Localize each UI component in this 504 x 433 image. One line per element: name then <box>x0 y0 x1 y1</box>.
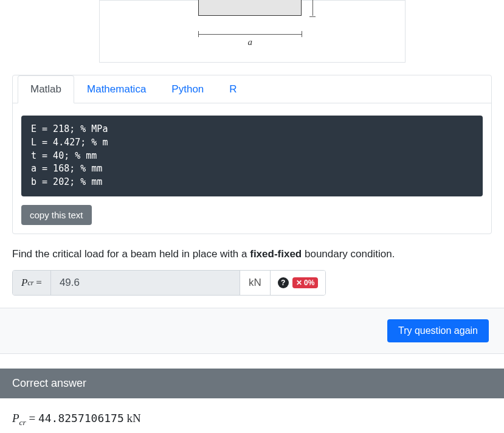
code-card: Matlab Mathematica Python R E = 218; % M… <box>12 75 492 234</box>
language-tabs: Matlab Mathematica Python R <box>13 75 491 103</box>
tab-mathematica[interactable]: Mathematica <box>74 75 159 103</box>
tab-python[interactable]: Python <box>159 75 216 103</box>
unit-label: kN <box>240 271 271 295</box>
right-dimension-line <box>312 0 313 16</box>
status-addon: ? ✕ 0% <box>271 271 326 295</box>
dimension-tick <box>309 16 316 17</box>
dimension-label-a: a <box>248 37 253 47</box>
try-again-button[interactable]: Try question again <box>387 319 489 342</box>
footer-bar: Try question again <box>0 308 504 354</box>
outer-rect <box>198 0 302 16</box>
bottom-dimension-line <box>198 34 302 35</box>
correct-answer-body: Pcr = 44.8257106175 kN <box>0 398 504 433</box>
question-bold: fixed-fixed <box>250 248 302 260</box>
beam-diagram: a <box>99 0 406 63</box>
help-icon[interactable]: ? <box>278 277 289 288</box>
tab-r[interactable]: R <box>216 75 249 103</box>
answer-input-group: Pcr = kN ? ✕ 0% <box>12 270 326 296</box>
dimension-tick <box>198 31 199 37</box>
dimension-tick <box>302 31 302 37</box>
copy-button[interactable]: copy this text <box>21 205 92 225</box>
correct-answer-header: Correct answer <box>0 369 504 398</box>
question-suffix: boundary condition. <box>302 248 395 260</box>
tab-matlab[interactable]: Matlab <box>18 75 74 103</box>
code-block: E = 218; % MPa L = 4.427; % m t = 40; % … <box>21 116 483 196</box>
question-prefix: Find the critical load for a beam held i… <box>12 248 250 260</box>
question-text: Find the critical load for a beam held i… <box>12 246 492 262</box>
answer-input[interactable] <box>51 271 240 295</box>
score-badge: ✕ 0% <box>292 277 319 288</box>
answer-label: Pcr = <box>13 271 51 295</box>
